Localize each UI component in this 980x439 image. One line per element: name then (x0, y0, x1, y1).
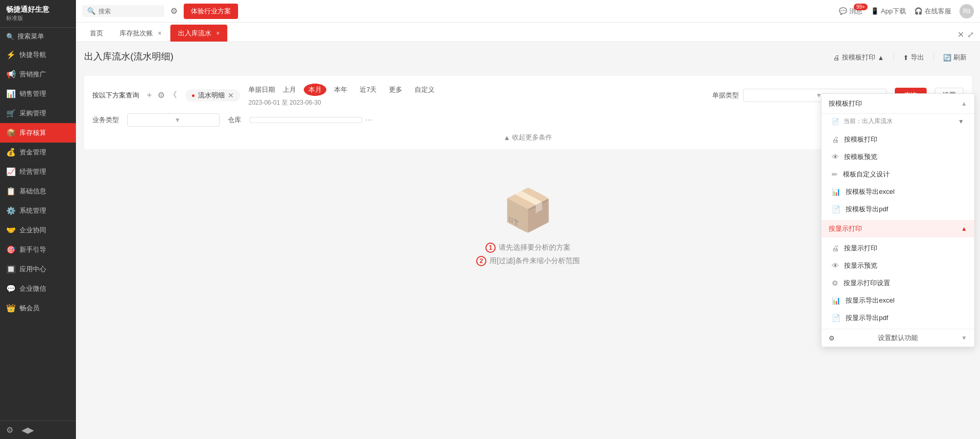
sidebar-item-corp-wechat[interactable]: 💬 企业微信 (0, 279, 76, 298)
current-icon: 📄 (832, 118, 839, 125)
online-service-label: 在线客服 (925, 7, 951, 16)
tab-flow[interactable]: 出入库流水 × (170, 25, 228, 42)
topbar-search-input[interactable] (99, 8, 150, 15)
display-print-item[interactable]: 🖨 按显示打印 (821, 240, 974, 257)
date-btn-more[interactable]: 更多 (384, 83, 407, 96)
date-btn-7days[interactable]: 近7天 (355, 83, 381, 96)
date-btn-current-year[interactable]: 本年 (329, 83, 352, 96)
sidebar-item-inventory[interactable]: 📦 库存核算 (0, 123, 76, 143)
headset-icon: 🎧 (914, 7, 923, 15)
content-toolbar: 🖨 按模板打印 ▲ ⬆ 导出 🔄 刷新 (828, 50, 972, 65)
topbar-gear-icon[interactable]: ⚙ (170, 6, 178, 16)
filter-tag-remove[interactable]: ✕ (228, 91, 234, 99)
app-download-button[interactable]: 📱 App下载 (871, 7, 906, 16)
sidebar-item-operations[interactable]: 📈 经营管理 (0, 162, 76, 182)
corp-wechat-icon: 💬 (6, 284, 15, 293)
topbar-search-icon: 🔍 (87, 7, 95, 15)
sales-icon: 📊 (6, 89, 15, 98)
template-export-pdf-item[interactable]: 📄 按模板导出pdf (821, 201, 974, 218)
warehouse-select[interactable] (249, 117, 362, 123)
filter-settings-icon[interactable]: ⚙ (158, 90, 165, 100)
collapse-sidebar-icon[interactable]: ◀▶ (22, 425, 34, 435)
filter-tag-stream[interactable]: ● 流水明细 ✕ (185, 89, 240, 102)
display-export-excel-item[interactable]: 📊 按显示导出excel (821, 292, 974, 309)
filter-tag-icon: ● (191, 92, 195, 99)
template-print-label: 按模板打印 (844, 135, 877, 144)
empty-illustration: 📦 (502, 186, 554, 234)
app-title: 畅捷通好生意 (6, 5, 70, 14)
close-panel-button[interactable]: ✕ (957, 30, 964, 39)
sidebar-item-label: 畅会员 (19, 304, 40, 313)
user-avatar[interactable]: Rit (959, 4, 974, 18)
display-export-pdf-item[interactable]: 📄 按显示导出pdf (821, 309, 974, 327)
tab-flow-close[interactable]: × (216, 30, 220, 37)
display-group-chevron: ▲ (961, 225, 967, 232)
date-btn-current-month[interactable]: 本月 (304, 84, 326, 96)
display-print-settings-item[interactable]: ⚙ 按显示打印设置 (821, 274, 974, 292)
dropdown-chevron-icon[interactable]: ▲ (961, 100, 967, 107)
template-preview-item[interactable]: 👁 按模板预览 (821, 148, 974, 166)
display-preview-item[interactable]: 👁 按显示预览 (821, 257, 974, 274)
marketing-icon: 📢 (6, 70, 15, 79)
collapse-filter-button[interactable]: ▲ 收起更多条件 (504, 133, 553, 142)
export-button[interactable]: ⬆ 导出 (898, 50, 929, 65)
display-export-pdf-label: 按显示导出pdf (846, 313, 888, 323)
template-customize-item[interactable]: ✏ 模板自定义设计 (821, 166, 974, 183)
tab-panel-buttons: ✕ ⤢ (957, 30, 974, 42)
sidebar-item-label: 企业微信 (19, 284, 46, 293)
filter-actions: ＋ ⚙ 《 (145, 90, 177, 101)
sidebar-item-system[interactable]: ⚙️ 系统管理 (0, 201, 76, 221)
topbar-search-box[interactable]: 🔍 (82, 5, 164, 17)
print-template-label: 按模板打印 (842, 53, 875, 62)
industry-solution-button[interactable]: 体验行业方案 (184, 4, 238, 19)
sidebar-item-app-center[interactable]: 🔲 应用中心 (0, 260, 76, 279)
template-preview-label: 按模板预览 (844, 152, 877, 162)
search-icon: 🔍 (6, 33, 14, 41)
settings-bottom-icon[interactable]: ⚙ (6, 425, 13, 435)
warehouse-dots-icon[interactable]: ··· (365, 115, 372, 125)
main-area: 🔍 ⚙ 体验行业方案 💬 消息 99+ 📱 App下载 🎧 在线客服 Rit (76, 0, 980, 439)
tab-batch-close[interactable]: × (158, 30, 162, 37)
search-menu-label: 搜索菜单 (17, 32, 44, 41)
print-template-button[interactable]: 🖨 按模板打印 ▲ (828, 50, 889, 65)
online-service-button[interactable]: 🎧 在线客服 (914, 7, 951, 16)
sidebar-item-purchase[interactable]: 🛒 采购管理 (0, 104, 76, 123)
sidebar-item-finance[interactable]: 💰 资金管理 (0, 143, 76, 162)
display-preview-label: 按显示预览 (844, 261, 877, 270)
sidebar-item-label: 资金管理 (19, 148, 46, 157)
tab-batch[interactable]: 库存批次账 × (112, 25, 169, 42)
filter-collapse-icon[interactable]: 《 (169, 90, 177, 101)
operations-icon: 📈 (6, 167, 15, 176)
template-print-item[interactable]: 🖨 按模板打印 (821, 131, 974, 148)
date-btn-custom[interactable]: 自定义 (410, 83, 439, 96)
hint-number-1: 1 (485, 243, 496, 253)
sidebar-item-sales[interactable]: 📊 销售管理 (0, 84, 76, 104)
expand-panel-button[interactable]: ⤢ (967, 30, 974, 39)
date-btn-prev-month[interactable]: 上月 (278, 83, 301, 96)
tab-home[interactable]: 首页 (82, 25, 111, 42)
refresh-button[interactable]: 🔄 刷新 (938, 50, 972, 65)
search-menu[interactable]: 🔍 搜索菜单 (0, 28, 76, 45)
add-filter-icon[interactable]: ＋ (145, 90, 153, 101)
collapse-up-icon: ▲ (504, 134, 511, 142)
message-icon: 💬 (839, 7, 847, 15)
empty-hint-1-text: 请先选择要分析的方案 (499, 243, 571, 252)
template-export-excel-item[interactable]: 📊 按模板导出excel (821, 183, 974, 201)
sidebar-item-vip[interactable]: 👑 畅会员 (0, 298, 76, 318)
set-default-item[interactable]: ⚙ 设置默认功能 ▼ (821, 329, 974, 347)
sidebar-item-quick-nav[interactable]: ⚡ 快捷导航 (0, 45, 76, 65)
tab-batch-label: 库存批次账 (120, 29, 153, 37)
business-type-select[interactable]: ▼ (127, 113, 220, 127)
current-template-text: 当前：出入库流水 (844, 117, 893, 126)
hint-number-2: 2 (476, 256, 486, 266)
sidebar-item-corp-collab[interactable]: 🤝 企业协同 (0, 221, 76, 240)
display-print-group-header[interactable]: 按显示打印 ▲ (821, 220, 974, 237)
sidebar-item-basic-info[interactable]: 📋 基础信息 (0, 182, 76, 201)
current-template-label: 📄 当前：出入库流水 ▼ (821, 114, 974, 129)
filter-tag-label: 流水明细 (198, 91, 225, 100)
message-button[interactable]: 💬 消息 99+ (839, 7, 863, 16)
sidebar-item-newbie[interactable]: 🎯 新手引导 (0, 240, 76, 260)
display-print-settings-icon: ⚙ (832, 279, 838, 287)
sidebar-item-marketing[interactable]: 📢 营销推广 (0, 65, 76, 84)
template-export-pdf-label: 按模板导出pdf (846, 205, 888, 214)
